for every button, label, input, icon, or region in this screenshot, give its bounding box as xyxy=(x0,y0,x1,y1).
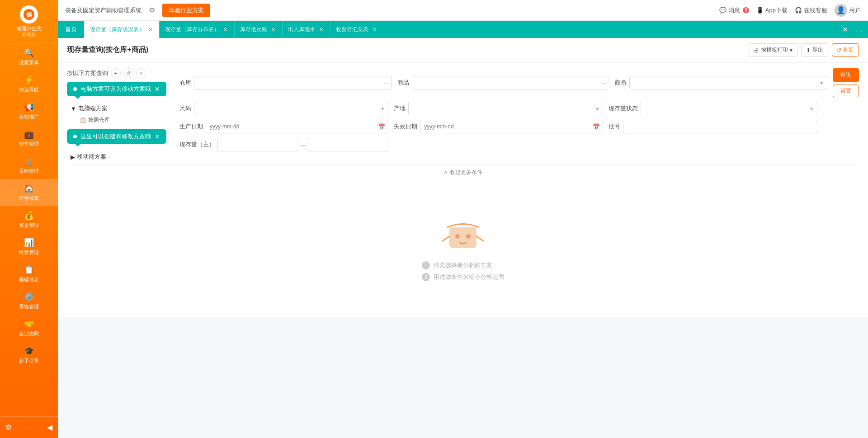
sidebar-search-label: 搜索菜单 xyxy=(19,59,39,66)
trial-button[interactable]: 体验行业方案 xyxy=(162,4,210,17)
size-dropdown-icon: ▾ xyxy=(377,105,388,112)
production-date-calendar-icon[interactable]: 📅 xyxy=(375,123,388,130)
tab-inout-flow[interactable]: 出入库流水 ✕ xyxy=(282,21,330,38)
notification-item[interactable]: 💬 消息 8 xyxy=(719,6,749,14)
stock-qty-max[interactable] xyxy=(308,138,389,151)
scheme-desktop-sub: 📋 按照仓库 xyxy=(67,114,166,126)
main-content: 装备及固定资产辅助管理系统 ⚙ 体验行业方案 💬 消息 8 📱 App下载 🎧 … xyxy=(58,0,868,438)
size-select[interactable]: ▾ xyxy=(194,102,388,115)
filter-production-date: 生产日期 📅 xyxy=(179,120,388,133)
filter-section: 按以下方案查询 + ↺ « 电脑方案可设为移动方案哦 ✕ xyxy=(58,63,868,184)
search-button[interactable]: 查询 xyxy=(833,68,859,82)
app-download-item[interactable]: 📱 App下载 xyxy=(756,6,788,14)
size-input[interactable] xyxy=(194,105,377,112)
guide-icon: 🎓 xyxy=(24,346,34,356)
print-button[interactable]: 🖨 按模板打印 ▾ xyxy=(749,43,797,57)
print-dropdown-icon: ▾ xyxy=(790,47,793,53)
system-settings-icon[interactable]: ⚙ xyxy=(149,6,155,14)
scheme-tree: ▼ 电脑端方案 📋 按照仓库 xyxy=(67,101,166,127)
settings-gear-btn[interactable]: ⚙ xyxy=(4,421,14,433)
batch-label: 批号 xyxy=(609,122,620,131)
tooltip2-close[interactable]: ✕ xyxy=(155,133,160,140)
empty-step2: 2 用过滤条件来缩小分析范围 xyxy=(422,273,504,281)
empty-steps: 1 请先选择要分析的方案 2 用过滤条件来缩小分析范围 xyxy=(422,261,504,281)
sidebar-enterprise-label: 企业协同 xyxy=(19,330,39,337)
product-input[interactable] xyxy=(412,80,599,86)
sidebar-item-guide[interactable]: 🎓 新手引导 xyxy=(0,342,58,369)
warehouse-dots[interactable]: ··· xyxy=(381,79,392,86)
tab-close-all-btn[interactable]: ✕ xyxy=(840,24,850,35)
product-dots[interactable]: ··· xyxy=(599,79,609,86)
tab-home[interactable]: 首页 xyxy=(58,21,84,38)
stock-qty-min[interactable] xyxy=(217,138,298,151)
setting-button[interactable]: 设置 xyxy=(833,85,859,97)
tooltip2-dot xyxy=(73,135,77,138)
tooltip1-close[interactable]: ✕ xyxy=(155,85,160,93)
stock-status-dropdown-icon: ▾ xyxy=(807,105,817,112)
sidebar-item-finance[interactable]: 💰 资金管理 xyxy=(0,206,58,233)
sidebar-item-purchase[interactable]: 🛒 采购管理 xyxy=(0,152,58,179)
tab-maximize-btn[interactable]: ⛶ xyxy=(854,24,864,34)
color-select[interactable]: ▾ xyxy=(629,76,827,89)
sidebar-item-sales[interactable]: 💼 销售管理 xyxy=(0,125,58,152)
color-input[interactable] xyxy=(630,80,816,86)
page-actions: 🖨 按模板打印 ▾ ⬆ 导出 ↺ 刷新 xyxy=(749,43,859,57)
color-dropdown-icon: ▾ xyxy=(816,80,827,86)
refresh-button[interactable]: ↺ 刷新 xyxy=(832,43,859,57)
collapse-label: 收起更多条件 xyxy=(450,169,482,175)
scheme-mobile-item[interactable]: ▶ 移动端方案 xyxy=(67,151,166,163)
tab-batch[interactable]: 库存批次账 ✕ xyxy=(234,21,282,38)
stock-status-input[interactable] xyxy=(641,105,807,112)
origin-input[interactable] xyxy=(409,105,592,112)
scheme-desktop-sub-item1[interactable]: 📋 按照仓库 xyxy=(76,114,166,126)
online-support-label: 在线客服 xyxy=(804,6,827,14)
tab-inventory-dist[interactable]: 现存量（库存分布表） ✕ xyxy=(159,21,234,38)
add-scheme-btn[interactable]: + xyxy=(111,68,121,78)
tab-close-summary[interactable]: ✕ xyxy=(371,26,378,33)
purchase-icon: 🛒 xyxy=(24,156,34,166)
filter-fields: 仓库 ··· 商品 ··· xyxy=(172,68,859,156)
warehouse-input[interactable] xyxy=(194,80,381,86)
stock-status-label: 现存量状态 xyxy=(609,104,638,113)
quicknav-icon: ⚡ xyxy=(24,75,34,85)
system-icon: ⚙️ xyxy=(24,292,34,302)
top-bar-right: 💬 消息 8 📱 App下载 🎧 在线客服 👤 用户 xyxy=(719,4,861,17)
sidebar-item-inventory[interactable]: 🏠 库存核算 xyxy=(0,179,58,206)
origin-select[interactable]: ▾ xyxy=(408,102,603,115)
inventory-icon: 🏠 xyxy=(24,184,34,193)
sidebar-item-management[interactable]: 📊 经营管理 xyxy=(0,233,58,260)
filter-size: 尺码 ▾ xyxy=(179,102,388,115)
sidebar: 畅 畅通好生意 标准版 🔍 搜索菜单 ⚡ 快速导航 📢 营销推广 💼 销售管理 … xyxy=(0,0,58,438)
sidebar-finance-label: 资金管理 xyxy=(19,222,39,229)
user-item[interactable]: 👤 用户 xyxy=(835,4,861,17)
tab-close-inventory-dist[interactable]: ✕ xyxy=(222,26,229,33)
refresh-scheme-btn[interactable]: ↺ xyxy=(123,68,133,78)
collapse-bar[interactable]: ∧ 收起更多条件 xyxy=(67,165,859,178)
production-date-input[interactable] xyxy=(206,123,375,130)
tab-close-inout-flow[interactable]: ✕ xyxy=(318,26,325,33)
sidebar-item-quicknav[interactable]: ⚡ 快速导航 xyxy=(0,71,58,98)
tab-summary[interactable]: 收发存汇总表 ✕ xyxy=(330,21,383,38)
batch-input[interactable] xyxy=(623,123,817,130)
sidebar-item-system[interactable]: ⚙️ 系统管理 xyxy=(0,287,58,315)
tab-inventory-status[interactable]: 现存量（库存状况表） ✕ xyxy=(84,21,159,38)
tab-close-inventory-status[interactable]: ✕ xyxy=(147,26,154,33)
step2-text: 用过滤条件来缩小分析范围 xyxy=(434,273,504,281)
size-label: 尺码 xyxy=(179,104,191,113)
sidebar-collapse-btn[interactable]: ◀ xyxy=(45,421,54,433)
logo-icon: 畅 xyxy=(20,5,38,24)
sidebar-item-search[interactable]: 🔍 搜索菜单 xyxy=(0,43,58,71)
back-scheme-btn[interactable]: « xyxy=(136,68,146,78)
svg-rect-2 xyxy=(449,227,476,248)
sidebar-item-basic[interactable]: 📋 基础信息 xyxy=(0,260,58,287)
scheme-desktop[interactable]: ▼ 电脑端方案 xyxy=(67,103,166,114)
online-support-item[interactable]: 🎧 在线客服 xyxy=(795,6,827,14)
stock-status-select[interactable]: ▾ xyxy=(641,102,817,115)
scheme-mobile-label: 移动端方案 xyxy=(77,153,106,161)
export-button[interactable]: ⬆ 导出 xyxy=(801,43,828,57)
expiry-date-input[interactable] xyxy=(420,123,590,130)
tab-close-batch[interactable]: ✕ xyxy=(270,26,277,33)
sidebar-item-marketing[interactable]: 📢 营销推广 xyxy=(0,98,58,125)
expiry-date-calendar-icon[interactable]: 📅 xyxy=(590,123,603,130)
sidebar-item-enterprise[interactable]: 🤝 企业协同 xyxy=(0,315,58,342)
